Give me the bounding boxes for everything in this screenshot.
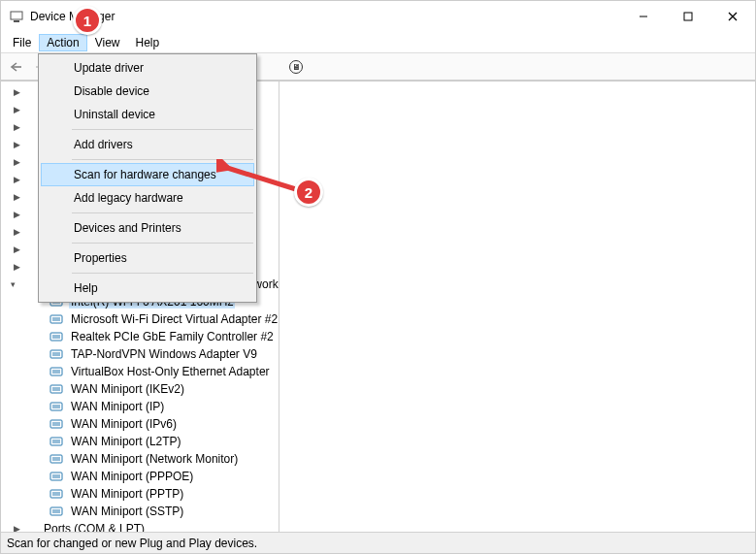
device-label: Microsoft Wi-Fi Direct Virtual Adapter #… [69,312,279,326]
menu-add-drivers[interactable]: Add drivers [41,133,254,156]
app-icon [9,9,24,24]
device-label: WAN Miniport (L2TP) [69,435,183,448]
svg-rect-41 [50,490,62,498]
svg-rect-32 [50,438,62,445]
menu-separator [72,212,253,213]
device-item[interactable]: WAN Miniport (Network Monitor) [1,450,279,468]
device-label: WAN Miniport (PPTP) [69,487,185,501]
menu-uninstall-device[interactable]: Uninstall device [41,103,254,126]
maximize-button[interactable] [666,1,710,32]
device-label: WAN Miniport (IP) [69,400,166,413]
titlebar: Device Manager [1,1,755,32]
network-adapter-icon [49,504,65,519]
menu-file[interactable]: File [5,34,39,51]
menu-separator [72,159,253,160]
network-adapter-icon [49,381,65,397]
menu-devices-printers[interactable]: Devices and Printers [41,216,254,240]
device-item[interactable]: TAP-NordVPN Windows Adapter V9 [1,345,279,363]
details-pane [279,81,755,532]
svg-rect-0 [11,12,22,19]
statusbar-text: Scan for changed or new Plug and Play de… [7,537,257,550]
menu-add-legacy[interactable]: Add legacy hardware [41,186,254,210]
svg-rect-20 [50,368,62,375]
device-item[interactable]: WAN Miniport (PPPOE) [1,468,279,485]
statusbar: Scan for changed or new Plug and Play de… [1,532,755,553]
device-item[interactable]: Realtek PCIe GbE Family Controller #2 [1,328,279,345]
svg-rect-11 [50,315,62,323]
svg-rect-3 [684,13,692,20]
menu-separator [72,129,253,130]
device-label: WAN Miniport (IPv6) [69,417,179,431]
svg-rect-38 [50,473,62,480]
device-label: WAN Miniport (SSTP) [69,505,185,518]
svg-rect-26 [50,403,62,410]
back-button[interactable] [5,55,28,79]
device-item[interactable]: VirtualBox Host-Only Ethernet Adapter [1,363,279,380]
network-adapter-icon [49,451,65,467]
device-label: Realtek PCIe GbE Family Controller #2 [69,330,276,343]
svg-rect-44 [50,507,62,515]
minimize-button[interactable] [621,1,666,32]
chevron-right-icon[interactable]: ▶ [11,226,22,238]
chevron-right-icon[interactable]: ▶ [11,261,22,273]
svg-rect-1 [14,20,19,22]
chevron-right-icon[interactable]: ▶ [11,121,22,133]
device-item[interactable]: WAN Miniport (IPv6) [1,415,279,433]
svg-rect-23 [50,385,62,393]
network-adapter-icon [49,329,65,344]
device-label: TAP-NordVPN Windows Adapter V9 [69,347,259,361]
scan-hardware-icon[interactable]: 🖥 [284,55,308,79]
device-item[interactable]: WAN Miniport (L2TP) [1,433,279,450]
chevron-right-icon[interactable]: ▶ [11,156,22,168]
network-adapter-icon [49,311,65,327]
device-item[interactable]: WAN Miniport (IKEv2) [1,380,279,398]
window-controls [621,1,755,32]
device-label: WAN Miniport (IKEv2) [69,382,186,396]
action-menu-dropdown: Update driver Disable device Uninstall d… [38,53,257,303]
annotation-badge-1: 1 [73,6,102,35]
chevron-right-icon[interactable]: ▶ [11,86,22,98]
svg-rect-17 [50,350,62,358]
category-label: Ports (COM & LPT) [44,522,145,532]
device-label: WAN Miniport (PPPOE) [69,470,195,483]
svg-rect-29 [50,420,62,428]
chevron-right-icon[interactable]: ▶ [11,244,22,255]
network-adapter-icon [49,364,65,379]
menu-view[interactable]: View [87,34,128,51]
device-item[interactable]: WAN Miniport (PPTP) [1,485,279,503]
chevron-right-icon[interactable]: ▶ [11,523,22,532]
device-label: VirtualBox Host-Only Ethernet Adapter [69,365,272,378]
svg-rect-14 [50,333,62,341]
chevron-down-icon[interactable]: ▾ [11,278,16,290]
network-adapter-icon [49,399,65,414]
chevron-right-icon[interactable]: ▶ [11,209,22,220]
device-label: WAN Miniport (Network Monitor) [69,452,240,466]
menu-separator [72,273,253,274]
chevron-right-icon[interactable]: ▶ [11,104,22,115]
close-button[interactable] [710,1,755,32]
menu-disable-device[interactable]: Disable device [41,80,254,103]
menu-separator [72,243,253,244]
menubar: File Action View Help [1,32,755,53]
device-item[interactable]: WAN Miniport (IP) [1,398,279,415]
annotation-badge-2: 2 [294,178,323,207]
network-adapter-icon [49,486,65,502]
network-adapter-icon [49,434,65,449]
menu-action[interactable]: Action [39,34,86,51]
device-item[interactable]: WAN Miniport (SSTP) [1,503,279,520]
chevron-right-icon[interactable]: ▶ [11,174,22,185]
chevron-right-icon[interactable]: ▶ [11,139,22,150]
network-adapter-icon [49,469,65,484]
svg-rect-35 [50,455,62,463]
menu-properties[interactable]: Properties [41,246,254,270]
menu-help[interactable]: Help [41,277,254,300]
menu-help[interactable]: Help [128,34,168,51]
menu-update-driver[interactable]: Update driver [41,56,254,80]
menu-scan-hardware[interactable]: Scan for hardware changes [41,163,254,186]
tree-category-ports[interactable]: ▶ Ports (COM & LPT) [1,520,279,532]
device-item[interactable]: Microsoft Wi-Fi Direct Virtual Adapter #… [1,310,279,328]
network-adapter-icon [49,416,65,432]
chevron-right-icon[interactable]: ▶ [11,191,22,203]
network-adapter-icon [49,346,65,362]
